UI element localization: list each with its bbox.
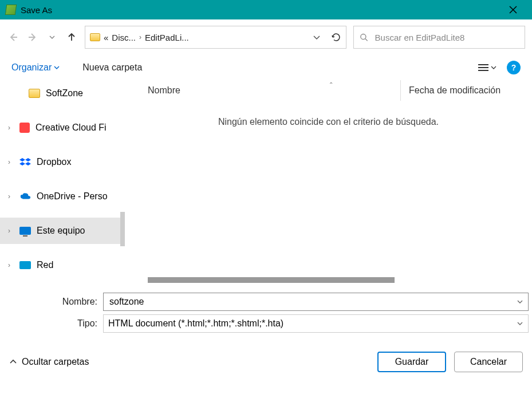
body: SoftZone › Creative Cloud Fi › Dropbox ›…	[0, 80, 532, 285]
onedrive-icon	[19, 192, 31, 201]
chevron-right-icon: ›	[139, 33, 141, 41]
chevron-down-icon[interactable]	[517, 320, 523, 327]
expand-icon[interactable]: ›	[8, 261, 14, 269]
expand-icon[interactable]: ›	[8, 124, 14, 132]
help-button[interactable]: ?	[507, 61, 521, 74]
list-view-icon	[478, 64, 488, 71]
arrow-left-icon	[8, 32, 18, 42]
tree-item-creative-cloud[interactable]: › Creative Cloud Fi	[0, 115, 125, 141]
column-name-label: Nombre	[148, 85, 180, 96]
expand-icon[interactable]: ›	[8, 227, 14, 235]
tree-label: OneDrive - Perso	[37, 191, 108, 202]
back-button[interactable]	[7, 31, 19, 44]
expand-icon[interactable]: ›	[8, 192, 14, 200]
hide-folders-label: Ocultar carpetas	[22, 357, 89, 367]
search-icon	[360, 33, 368, 42]
filetype-label: Tipo:	[0, 318, 103, 329]
titlebar: Save As	[0, 0, 532, 19]
up-button[interactable]	[65, 31, 78, 44]
dropbox-icon	[19, 157, 31, 167]
window-title: Save As	[21, 5, 509, 15]
chevron-up-icon	[9, 358, 17, 366]
column-date-label: Fecha de modificación	[409, 85, 501, 96]
footer: Ocultar carpetas Guardar Cancelar	[0, 340, 532, 380]
address-bar[interactable]: « Disc... › EditPadLi...	[85, 26, 346, 49]
arrow-up-icon	[66, 32, 77, 42]
cancel-button[interactable]: Cancelar	[454, 352, 523, 372]
organize-menu[interactable]: Organizar	[11, 62, 60, 73]
close-button[interactable]	[509, 6, 526, 14]
folder-icon	[29, 89, 40, 98]
tree-label: SoftZone	[46, 88, 83, 98]
filetype-row: Tipo: HTML document (*.html;*.htm;*.shtm…	[0, 313, 532, 334]
tree-item-red[interactable]: › Red	[0, 252, 125, 278]
tree-item-este-equipo[interactable]: › Este equipo	[0, 218, 125, 244]
chevron-down-icon	[49, 34, 56, 41]
chevron-down-icon[interactable]	[313, 33, 321, 41]
creative-cloud-icon	[19, 123, 30, 133]
close-icon	[509, 6, 517, 14]
filetype-field[interactable]: HTML document (*.html;*.htm;*.shtml;*.ht…	[103, 314, 529, 333]
tree-label: Red	[37, 260, 53, 270]
sort-indicator-icon: ⌃	[329, 81, 333, 88]
chevron-down-icon	[491, 65, 496, 70]
filename-row: Nombre:	[0, 291, 532, 313]
column-date[interactable]: Fecha de modificación	[400, 80, 532, 101]
app-icon	[5, 5, 17, 15]
horizontal-scrollbar[interactable]	[148, 277, 395, 283]
file-list: ⌃ Nombre Fecha de modificación Ningún el…	[125, 80, 532, 285]
filename-field[interactable]	[103, 293, 529, 311]
search-input[interactable]	[374, 32, 519, 43]
nav-row: « Disc... › EditPadLi...	[0, 19, 532, 55]
hide-folders-button[interactable]: Ocultar carpetas	[9, 357, 89, 367]
recent-dropdown[interactable]	[46, 31, 58, 44]
form: Nombre: Tipo: HTML document (*.html;*.ht…	[0, 285, 532, 340]
tree-scrollbar[interactable]	[120, 212, 125, 246]
filename-label: Nombre:	[0, 297, 103, 307]
chevron-down-icon[interactable]	[517, 298, 523, 305]
svg-point-0	[361, 34, 366, 40]
view-menu[interactable]	[478, 64, 496, 71]
chevron-down-icon	[54, 65, 60, 70]
filetype-value: HTML document (*.html;*.htm;*.shtml;*.ht…	[108, 318, 283, 329]
breadcrumb-disk[interactable]: Disc...	[112, 33, 136, 42]
refresh-icon[interactable]	[331, 32, 341, 42]
organize-label: Organizar	[11, 62, 52, 73]
toolbar: Organizar Nueva carpeta ?	[0, 55, 532, 80]
empty-message: Ningún elemento coincide con el criterio…	[125, 117, 532, 127]
expand-icon[interactable]: ›	[8, 158, 14, 166]
folder-icon	[90, 33, 100, 41]
save-button[interactable]: Guardar	[377, 352, 446, 372]
tree-label: Dropbox	[37, 157, 71, 167]
breadcrumb-overflow[interactable]: «	[104, 33, 108, 42]
tree-panel: SoftZone › Creative Cloud Fi › Dropbox ›…	[0, 80, 125, 285]
pc-icon	[19, 227, 31, 235]
tree-label: Este equipo	[37, 226, 85, 236]
column-name[interactable]: Nombre	[148, 85, 400, 96]
breadcrumb-folder[interactable]: EditPadLi...	[145, 33, 189, 42]
new-folder-button[interactable]: Nueva carpeta	[82, 62, 142, 73]
breadcrumb: « Disc... › EditPadLi...	[104, 33, 189, 42]
network-icon	[19, 261, 31, 269]
tree-item-softzone[interactable]: SoftZone	[0, 80, 125, 107]
forward-button[interactable]	[26, 31, 39, 44]
tree-item-onedrive[interactable]: › OneDrive - Perso	[0, 183, 125, 210]
tree-label: Creative Cloud Fi	[36, 123, 107, 133]
filename-input[interactable]	[108, 296, 517, 308]
arrow-right-icon	[27, 32, 38, 42]
tree-item-dropbox[interactable]: › Dropbox	[0, 149, 125, 175]
search-box[interactable]	[353, 26, 525, 49]
